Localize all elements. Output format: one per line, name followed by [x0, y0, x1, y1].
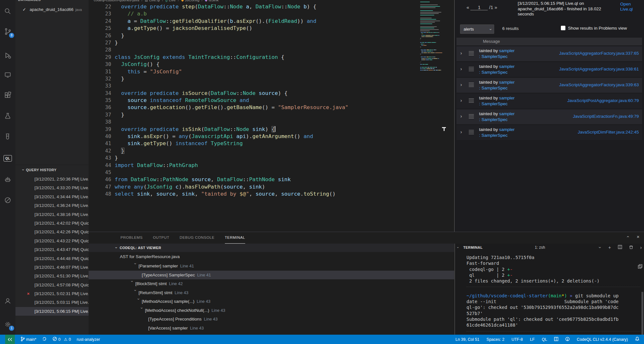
code-line[interactable]: 30 JsConfig() { — [89, 61, 417, 68]
page-number-input[interactable]: 1 — [470, 5, 488, 10]
query-history-item[interactable]: [3/12/2021, 5:06:15 PM] Live... — [15, 307, 89, 316]
codeql-cli-version[interactable]: CodeQL CLI v2.4.4 (Canary) — [577, 337, 628, 342]
close-panel-icon[interactable]: × — [637, 234, 639, 239]
query-history-item[interactable]: [3/12/2021, 4:43:47 PM] Quic... — [15, 245, 89, 254]
chevron-down-icon[interactable]: › — [138, 307, 147, 313]
maximize-panel-icon[interactable]: › — [625, 236, 630, 237]
alert-message-link2[interactable]: : SamplerSpec — [479, 101, 514, 107]
alert-row[interactable]: ›tainted by sampler: SamplerSpecJavaScri… — [457, 109, 642, 124]
code-line[interactable]: 43} — [89, 154, 417, 162]
circle-slash-icon[interactable] — [0, 192, 15, 208]
open-query-link[interactable]: Open Live.ql — [620, 2, 641, 12]
ast-viewer-header[interactable]: ›CODEQL: AST VIEWER — [89, 244, 454, 252]
alert-message-link[interactable]: sampler — [499, 48, 514, 53]
new-terminal-icon[interactable]: + — [608, 245, 611, 250]
alert-message-link2[interactable]: : SamplerSpec — [479, 70, 514, 75]
breadcrumb-item[interactable]: {}Live — [165, 0, 176, 2]
code-line[interactable]: 26 } — [89, 32, 417, 39]
terminal-dropdown-icon[interactable]: › — [598, 247, 603, 248]
query-history-item[interactable]: [3/12/2021, 4:36:24 PM] Live... — [15, 201, 89, 210]
code-line[interactable]: 37 } — [89, 111, 417, 118]
minimap[interactable] — [419, 0, 449, 97]
code-line[interactable]: 34 override predicate isSource(DataFlow:… — [89, 90, 417, 97]
split-terminal-icon[interactable] — [618, 245, 622, 250]
alert-row[interactable]: ›tainted by sampler: SamplerSpecJavaScri… — [457, 94, 642, 108]
alert-row[interactable]: ›tainted by sampler: SamplerSpecJavaScri… — [457, 125, 642, 140]
query-history-item[interactable]: [3/12/2021, 4:57:08 PM] Quic... — [15, 281, 89, 289]
chevron-down-icon[interactable]: › — [131, 290, 140, 296]
code-line[interactable]: 36 source.getLocation().getFile().getBas… — [89, 104, 417, 111]
panel-tab-output[interactable]: OUTPUT — [153, 232, 169, 244]
ast-node[interactable]: ›[MethodAccess] sample(...)Line 43 — [89, 297, 454, 306]
query-history-item[interactable]: [3/12/2021, 2:50:36 PM] Live... — [15, 175, 89, 183]
codeql-icon[interactable]: QL — [0, 151, 15, 166]
sync-button[interactable] — [42, 337, 47, 342]
chevron-right-icon[interactable]: › — [460, 66, 462, 71]
alert-message-link[interactable]: sampler — [499, 127, 514, 132]
code-line[interactable]: 41 sink.getType() instanceof TypeString — [89, 140, 417, 147]
terminal-session[interactable]: 1: zsh — [535, 245, 545, 250]
chevron-right-icon[interactable]: › — [460, 129, 462, 135]
code-line[interactable]: 45 — [89, 169, 417, 176]
source-control-icon[interactable]: 8 — [0, 24, 15, 39]
chevron-right-icon[interactable]: › — [460, 98, 462, 103]
code-line[interactable]: 47where any(JsConfig c).hasFlowPath(sour… — [89, 183, 417, 191]
alert-message-link[interactable]: sampler — [499, 96, 514, 100]
breadcrumb-item[interactable]: ▤Live.ql — [145, 0, 160, 2]
chevron-right-icon[interactable]: › — [460, 50, 462, 56]
databases-section-header[interactable]: DATABASES — [18, 0, 41, 2]
ship-icon[interactable] — [0, 172, 15, 187]
code-line[interactable]: 42 } — [89, 147, 417, 154]
lsp-status[interactable]: rust-analyzer — [77, 337, 100, 342]
code-line[interactable]: 27} — [89, 39, 417, 46]
chevron-down-icon[interactable]: › — [131, 263, 140, 269]
pager-prev-button[interactable]: « — [466, 5, 469, 10]
alert-location-link[interactable]: JavaScriptAggregatorFactory.java:338:61 — [559, 67, 639, 71]
query-history-item[interactable]: [3/12/2021, 4:34:44 PM] Live... — [15, 192, 89, 201]
encoding[interactable]: UTF-8 — [512, 337, 523, 342]
alert-location-link[interactable]: JavaScriptAggregatorFactory.java:339:63 — [559, 82, 639, 87]
ast-node[interactable]: [TypeAccess] PreconditionsLine 43 — [89, 315, 454, 324]
code-line[interactable]: 24 a = DataFlow::getFieldQualifier(b.asE… — [89, 18, 417, 25]
code-line[interactable]: 29class JsConfig extends TaintTracking::… — [89, 54, 417, 61]
chevron-down-icon[interactable]: › — [128, 281, 137, 287]
code-line[interactable]: 35 source instanceof RemoteFlowSource an… — [89, 97, 417, 104]
panel-tab-debug-console[interactable]: DEBUG CONSOLE — [180, 232, 215, 244]
run-debug-icon[interactable] — [0, 48, 15, 63]
chevron-down-icon[interactable]: › — [134, 298, 143, 304]
code-line[interactable]: 46from DataFlow::PathNode source, DataFl… — [89, 176, 417, 183]
terminal-output[interactable]: Updating 721aa10..5715f0aFast-forward co… — [466, 255, 640, 343]
editor-layout-icon[interactable] — [554, 337, 558, 342]
code-line[interactable]: 48select sink, source, sink, "tainted by… — [89, 191, 417, 198]
chevron-right-icon[interactable]: › — [460, 113, 462, 119]
query-history-item[interactable]: [3/12/2021, 5:03:11 PM] Live... — [15, 298, 89, 307]
search-icon[interactable] — [0, 4, 15, 19]
panel-tab-terminal[interactable]: TERMINAL — [225, 232, 245, 244]
query-history-item[interactable]: [3/12/2021, 4:44:48 PM] Quic... — [15, 254, 89, 263]
indentation[interactable]: Spaces: 2 — [486, 337, 505, 342]
notifications-bell-icon[interactable] — [635, 337, 639, 342]
alert-location-link[interactable]: JavaScriptDimFilter.java:242:45 — [578, 130, 639, 135]
query-history-item[interactable]: [3/12/2021, 4:43:22 PM] Quic... — [15, 237, 89, 245]
problems-view-checkbox[interactable] — [561, 26, 565, 30]
code-line[interactable]: 25 a.getType() = jacksonDeserialisedType… — [89, 25, 417, 32]
panel-more-icon[interactable]: › — [640, 245, 642, 250]
ast-node[interactable]: ›[Parameter] samplerLine 41 — [89, 262, 454, 271]
ast-node[interactable]: [TypeAccess] SamplerSpecLine 41 — [89, 271, 454, 280]
copy-icon[interactable] — [638, 264, 642, 270]
query-history-header[interactable]: ›QUERY HISTORY — [15, 165, 89, 175]
flask-icon[interactable] — [0, 108, 15, 124]
terminal-title[interactable]: TERMINAL — [463, 246, 483, 249]
code-area[interactable]: 22 override predicate step(DataFlow::Nod… — [89, 3, 417, 198]
alert-location-link[interactable]: JavaScriptAggregatorFactory.java:337:65 — [559, 51, 639, 56]
code-line[interactable]: 38 — [89, 118, 417, 126]
alert-location-link[interactable]: JavaScriptPostAggregator.java:60:79 — [567, 98, 639, 103]
language-mode[interactable]: QL — [542, 337, 547, 342]
code-line[interactable]: 39 override predicate isSink(DataFlow::N… — [89, 126, 417, 133]
ast-node[interactable]: ›[MethodAccess] checkNotNull(...)Line 43 — [89, 306, 454, 315]
test-tube-icon[interactable] — [0, 129, 15, 144]
code-line[interactable]: 32 } — [89, 75, 417, 82]
query-history-item[interactable]: [3/12/2021, 4:33:20 PM] Live... — [15, 183, 89, 192]
extensions-icon[interactable] — [0, 88, 15, 103]
breadcrumb-item[interactable]: codeql-custom-queries-java — [94, 0, 139, 2]
